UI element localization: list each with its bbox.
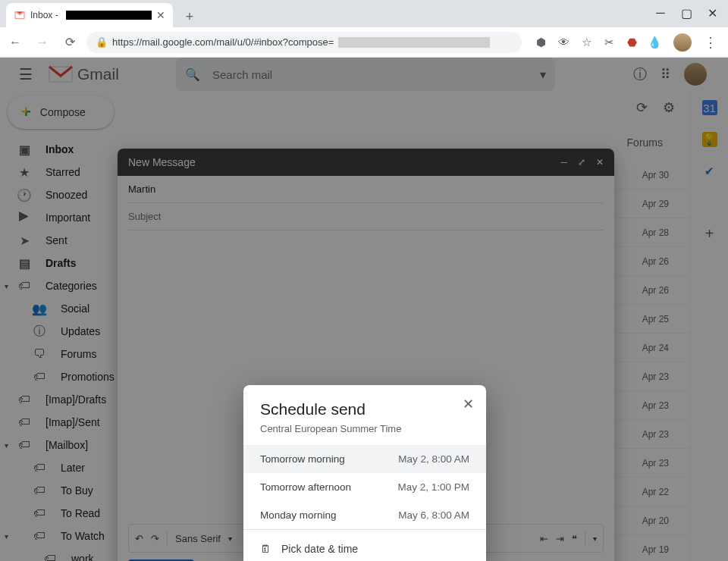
tab-strip: Inbox - ✕ +: [0, 0, 728, 27]
schedule-send-popup: Schedule send Central European Summer Ti…: [243, 385, 486, 561]
gmail-app: ☰ Gmail 🔍 ▾ ⓘ ⠿ + Compose ▣Inbox★Starred…: [0, 58, 728, 561]
close-window-icon[interactable]: ✕: [707, 8, 717, 18]
new-tab-button[interactable]: +: [179, 6, 200, 27]
schedule-close-icon[interactable]: ✕: [463, 396, 474, 412]
lock-icon: 🔒: [96, 36, 108, 48]
ext-icon-1[interactable]: ⬢: [534, 36, 548, 49]
schedule-option-time: May 2, 1:00 PM: [397, 481, 469, 493]
schedule-pick-datetime[interactable]: 🗓 Pick date & time: [243, 530, 486, 561]
url-redacted: [338, 37, 490, 48]
extension-icons: ⬢ 👁 ☆ ✂ ⬣ 💧: [528, 36, 667, 49]
tab-close-icon[interactable]: ✕: [156, 9, 165, 21]
tab-title-redacted: [66, 11, 152, 20]
ext-icon-2[interactable]: 👁: [557, 36, 570, 49]
back-button[interactable]: ←: [5, 32, 26, 53]
tab-title-prefix: Inbox -: [30, 10, 58, 20]
schedule-pick-label: Pick date & time: [281, 543, 358, 555]
browser-chrome: ─ ▢ ✕ Inbox - ✕ + ← → ⟳ 🔒 https://mail.g…: [0, 0, 728, 58]
ext-icon-4[interactable]: 💧: [648, 36, 661, 49]
browser-toolbar: ← → ⟳ 🔒 https://mail.google.com/mail/u/0…: [0, 27, 728, 58]
ext-icon-3[interactable]: ✂: [602, 36, 616, 49]
schedule-option-label: Monday morning: [260, 509, 337, 521]
schedule-timezone: Central European Summer Time: [260, 423, 469, 434]
schedule-option[interactable]: Monday morningMay 6, 8:00 AM: [243, 501, 486, 529]
forward-button[interactable]: →: [32, 32, 53, 53]
url-text: https://mail.google.com/mail/u/0/#inbox?…: [112, 36, 334, 48]
schedule-title: Schedule send: [260, 400, 469, 418]
reload-button[interactable]: ⟳: [59, 32, 80, 53]
schedule-header: Schedule send Central European Summer Ti…: [243, 385, 486, 445]
ublock-icon[interactable]: ⬣: [625, 36, 639, 49]
schedule-option-label: Tomorrow afternoon: [260, 481, 351, 493]
address-bar[interactable]: 🔒 https://mail.google.com/mail/u/0/#inbo…: [86, 32, 522, 53]
browser-menu-icon[interactable]: ⋮: [698, 34, 723, 51]
schedule-option[interactable]: Tomorrow afternoonMay 2, 1:00 PM: [243, 473, 486, 501]
schedule-option-time: May 6, 8:00 AM: [398, 509, 469, 521]
schedule-option-time: May 2, 8:00 AM: [398, 453, 469, 465]
maximize-icon[interactable]: ▢: [681, 8, 692, 18]
schedule-option[interactable]: Tomorrow morningMay 2, 8:00 AM: [243, 445, 486, 473]
calendar-picker-icon: 🗓: [260, 543, 271, 555]
profile-avatar[interactable]: [673, 33, 692, 52]
minimize-icon[interactable]: ─: [655, 8, 666, 18]
schedule-option-label: Tomorrow morning: [260, 453, 345, 465]
browser-tab[interactable]: Inbox - ✕: [6, 3, 173, 27]
gmail-favicon-icon: [14, 9, 26, 21]
window-controls: ─ ▢ ✕: [648, 3, 725, 23]
star-icon[interactable]: ☆: [579, 36, 593, 49]
